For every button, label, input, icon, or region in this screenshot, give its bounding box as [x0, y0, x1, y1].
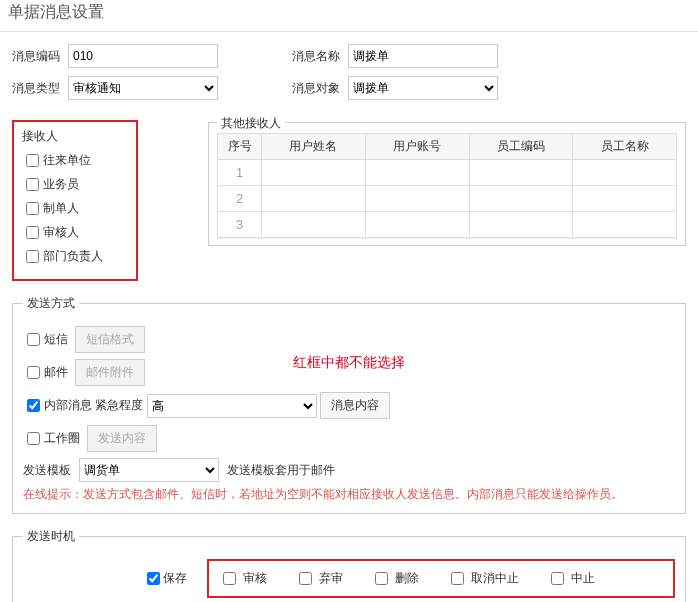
- cell[interactable]: [573, 160, 677, 186]
- recipients-legend: 接收人: [22, 128, 128, 145]
- table-header-row: 序号 用户姓名 用户账号 员工编码 员工名称: [218, 134, 677, 160]
- sms-checkbox[interactable]: [27, 333, 40, 346]
- recipient-checkbox[interactable]: [26, 250, 39, 263]
- recipient-checkbox[interactable]: [26, 226, 39, 239]
- cell[interactable]: [469, 186, 573, 212]
- cell[interactable]: [365, 186, 469, 212]
- timing-label: 审核: [243, 570, 267, 587]
- cell-seq: 3: [218, 212, 262, 238]
- template-label: 发送模板: [23, 462, 71, 479]
- cell[interactable]: [365, 160, 469, 186]
- col-seq: 序号: [218, 134, 262, 160]
- template-note: 发送模板套用于邮件: [227, 462, 335, 479]
- send-timing-box: 发送时机 保存 审核 弃审 删除 取消中止 中止: [12, 528, 686, 602]
- code-input[interactable]: [68, 44, 218, 68]
- col-username: 用户姓名: [262, 134, 366, 160]
- sms-format-button: 短信格式: [75, 326, 145, 353]
- recipient-label: 审核人: [43, 224, 79, 241]
- msg-content-button[interactable]: 消息内容: [320, 392, 390, 419]
- timing-checkbox[interactable]: [451, 572, 464, 585]
- internal-checkbox[interactable]: [27, 399, 40, 412]
- cell[interactable]: [262, 212, 366, 238]
- timing-label: 中止: [571, 570, 595, 587]
- timing-checkbox[interactable]: [551, 572, 564, 585]
- workgroup-checkbox[interactable]: [27, 432, 40, 445]
- cell[interactable]: [573, 212, 677, 238]
- table-row[interactable]: 3: [218, 212, 677, 238]
- other-recipients-grid-wrap[interactable]: 序号 用户姓名 用户账号 员工编码 员工名称 1: [217, 133, 677, 239]
- code-label: 消息编码: [12, 48, 68, 65]
- timing-red-frame: 审核 弃审 删除 取消中止 中止: [207, 559, 675, 598]
- send-methods-legend: 发送方式: [23, 295, 79, 312]
- cell[interactable]: [262, 186, 366, 212]
- send-warning-text: 在线提示：发送方式包含邮件、短信时，若地址为空则不能对相应接收人发送信息。内部消…: [23, 486, 675, 503]
- target-label: 消息对象: [292, 80, 348, 97]
- save-checkbox[interactable]: [147, 572, 160, 585]
- timing-label: 弃审: [319, 570, 343, 587]
- mail-checkbox[interactable]: [27, 366, 40, 379]
- timing-label: 删除: [395, 570, 419, 587]
- recipient-label: 部门负责人: [43, 248, 103, 265]
- col-empname: 员工名称: [573, 134, 677, 160]
- other-recipients-legend: 其他接收人: [217, 115, 285, 132]
- other-recipients-box: 其他接收人 序号 用户姓名 用户账号 员工编码 员工名称: [208, 122, 686, 246]
- mail-label: 邮件: [44, 364, 68, 381]
- recipient-label: 业务员: [43, 176, 79, 193]
- cell-seq: 2: [218, 186, 262, 212]
- mail-attach-button: 邮件附件: [75, 359, 145, 386]
- urgency-label: 紧急程度: [95, 397, 143, 414]
- sms-label: 短信: [44, 331, 68, 348]
- recipient-label: 制单人: [43, 200, 79, 217]
- recipient-checkbox[interactable]: [26, 202, 39, 215]
- timing-checkbox[interactable]: [223, 572, 236, 585]
- red-note-text: 红框中都不能选择: [293, 354, 405, 372]
- recipient-checkbox[interactable]: [26, 178, 39, 191]
- type-label: 消息类型: [12, 80, 68, 97]
- timing-label: 取消中止: [471, 570, 519, 587]
- type-select[interactable]: 审核通知: [68, 76, 218, 100]
- recipient-label: 往来单位: [43, 152, 91, 169]
- send-timing-legend: 发送时机: [23, 528, 79, 545]
- cell[interactable]: [469, 212, 573, 238]
- timing-checkbox[interactable]: [375, 572, 388, 585]
- recipient-checkbox[interactable]: [26, 154, 39, 167]
- col-empcode: 员工编码: [469, 134, 573, 160]
- table-row[interactable]: 2: [218, 186, 677, 212]
- recipients-box: 接收人 往来单位 业务员 制单人 审核人 部门负责人: [12, 120, 138, 281]
- cell[interactable]: [262, 160, 366, 186]
- table-row[interactable]: 1: [218, 160, 677, 186]
- cell[interactable]: [573, 186, 677, 212]
- cell[interactable]: [365, 212, 469, 238]
- target-select[interactable]: 调拨单: [348, 76, 498, 100]
- timing-checkbox[interactable]: [299, 572, 312, 585]
- page-title: 单据消息设置: [0, 0, 698, 32]
- template-select[interactable]: 调货单: [79, 458, 219, 482]
- urgency-select[interactable]: 高: [147, 394, 317, 418]
- cell[interactable]: [469, 160, 573, 186]
- send-methods-box: 发送方式 红框中都不能选择 短信 短信格式 邮件 邮件附件 内部消息 紧急程度 …: [12, 295, 686, 514]
- internal-label: 内部消息: [44, 397, 92, 414]
- other-recipients-table: 序号 用户姓名 用户账号 员工编码 员工名称 1: [217, 133, 677, 238]
- col-account: 用户账号: [365, 134, 469, 160]
- save-label: 保存: [163, 570, 187, 587]
- workgroup-content-button: 发送内容: [87, 425, 157, 452]
- workgroup-label: 工作圈: [44, 430, 80, 447]
- cell-seq: 1: [218, 160, 262, 186]
- name-input[interactable]: [348, 44, 498, 68]
- name-label: 消息名称: [292, 48, 348, 65]
